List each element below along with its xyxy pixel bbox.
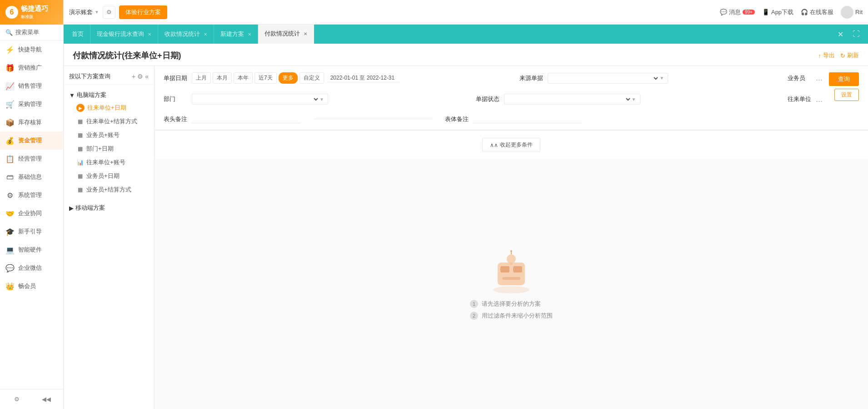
member-icon: 👑 xyxy=(5,282,15,291)
filter-form: 单据日期 上月 本月 本年 近7天 更多 自定义 xyxy=(155,66,868,130)
last-month-btn[interactable]: 上月 xyxy=(192,72,211,84)
message-icon: 💬 xyxy=(720,9,727,15)
main-area: 演示账套 ▼ ⚙ 体验行业方案 💬 消息 99+ 📱 App下载 🎧 在线客服 xyxy=(64,0,868,409)
sidebar-item-quick-nav[interactable]: ⚡ 快捷导航 xyxy=(0,40,63,59)
sidebar-item-label: 经营管理 xyxy=(18,155,42,163)
voucher-status-dropdown-icon: ▼ xyxy=(632,97,636,102)
tab-payment[interactable]: 付款情况统计 ✕ xyxy=(258,25,314,44)
this-year-btn[interactable]: 本年 xyxy=(234,72,253,84)
marketing-icon: 🎁 xyxy=(5,63,15,72)
tab-receipts-close[interactable]: ✕ xyxy=(204,32,207,37)
scheme-item-partner-account[interactable]: 📊 往来单位+账号 xyxy=(64,156,154,169)
table-body-note-input[interactable] xyxy=(473,115,582,123)
add-scheme-btn[interactable]: + xyxy=(132,73,135,80)
sidebar-item-label: 营销推广 xyxy=(18,64,42,72)
export-btn[interactable]: ↑ 导出 xyxy=(818,51,835,60)
tab-payment-label: 付款情况统计 xyxy=(264,30,300,38)
scheme-item-salesman-settle[interactable]: ▦ 业务员+结算方式 xyxy=(64,183,154,197)
tab-bank[interactable]: 现金银行流水查询 ✕ xyxy=(90,25,158,44)
last-7days-btn[interactable]: 近7天 xyxy=(254,72,277,84)
wechat-icon: 💬 xyxy=(5,263,15,273)
guide-icon: 🎓 xyxy=(5,227,15,236)
messages-btn[interactable]: 💬 消息 99+ xyxy=(720,8,755,16)
dept-select-input[interactable] xyxy=(196,96,319,103)
scheme-settings-btn[interactable]: ⚙ xyxy=(137,73,143,80)
user-profile-btn[interactable]: Rit xyxy=(841,6,863,19)
tip-num-2: 2 xyxy=(470,312,478,320)
scheme-group-mobile-header[interactable]: ▶ 移动端方案 xyxy=(64,202,154,214)
tab-payment-close[interactable]: ✕ xyxy=(304,31,307,36)
online-service-btn[interactable]: 🎧 在线客服 xyxy=(801,8,833,16)
more-date-btn[interactable]: 更多 xyxy=(279,72,298,84)
scheme-item-partner-date[interactable]: ▶ 往来单位+日期 xyxy=(64,101,154,115)
sidebar-item-basic[interactable]: 🗃 基础信息 xyxy=(0,168,63,186)
collapse-scheme-btn[interactable]: « xyxy=(145,73,149,80)
search-menu-label: 搜索菜单 xyxy=(15,28,39,36)
chevron-up-icon: ∧∧ xyxy=(490,142,498,148)
purchase-icon: 🛒 xyxy=(5,100,15,109)
smart-icon: 💻 xyxy=(5,245,15,254)
sidebar-item-guide[interactable]: 🎓 新手引导 xyxy=(0,222,63,241)
refresh-btn[interactable]: ↻ 刷新 xyxy=(840,51,859,60)
voucher-status-select-input[interactable] xyxy=(508,96,632,103)
sidebar-item-member[interactable]: 👑 畅会员 xyxy=(0,277,63,295)
scheme-item-salesman-date[interactable]: ▦ 业务员+日期 xyxy=(64,169,154,183)
app-download-btn[interactable]: 📱 App下载 xyxy=(762,8,793,16)
scheme-panel-actions: + ⚙ « xyxy=(132,73,149,80)
collapse-more-btn[interactable]: ∧∧ 收起更多条件 xyxy=(482,138,540,152)
sales-icon: 📈 xyxy=(5,81,15,91)
sidebar-item-wechat[interactable]: 💬 企业微信 xyxy=(0,259,63,277)
scheme-item-salesman-account[interactable]: ▦ 业务员+账号 xyxy=(64,128,154,142)
sidebar-item-smart[interactable]: 💻 智能硬件 xyxy=(0,241,63,259)
search-icon: 🔍 xyxy=(5,29,13,36)
tab-new[interactable]: 新建方案 ✕ xyxy=(214,25,258,44)
sidebar-item-sales[interactable]: 📈 销售管理 xyxy=(0,77,63,95)
this-month-btn[interactable]: 本月 xyxy=(213,72,232,84)
topbar-gear-btn[interactable]: ⚙ xyxy=(103,6,115,19)
table-header-note-input[interactable] xyxy=(192,115,301,123)
tab-receipts-label: 收款情况统计 xyxy=(165,30,200,38)
scheme-item-dept-date[interactable]: ▦ 部门+日期 xyxy=(64,142,154,156)
settings-footer-btn[interactable]: ⚙ xyxy=(4,393,30,405)
tab-home[interactable]: 首页 xyxy=(65,25,90,44)
sidebar-item-finance[interactable]: 💰 资金管理 xyxy=(0,131,63,150)
partner-filter-btn[interactable]: ... xyxy=(816,95,823,104)
scheme-panel-header: 按以下方案查询 + ⚙ « xyxy=(64,71,154,85)
tab-close-all-btn[interactable]: ✕ xyxy=(835,28,846,40)
company-selector[interactable]: 演示账套 ▼ xyxy=(69,8,99,16)
sidebar-nav: ⚡ 快捷导航 🎁 营销推广 📈 销售管理 🛒 采购管理 📦 库存核算 💰 资金管… xyxy=(0,40,63,389)
dept-select[interactable]: ▼ xyxy=(192,94,328,105)
sidebar: 6 畅捷通巧 标准版 🔍 搜索菜单 ⚡ 快捷导航 🎁 营销推广 📈 销售管理 🛒… xyxy=(0,0,64,409)
source-dropdown-icon: ▼ xyxy=(659,76,664,81)
source-select-input[interactable] xyxy=(552,75,659,82)
messages-badge: 99+ xyxy=(743,10,755,15)
tab-maximize-btn[interactable]: ⛶ xyxy=(850,28,863,40)
trial-btn[interactable]: 体验行业方案 xyxy=(119,5,167,19)
sidebar-item-label: 智能硬件 xyxy=(18,246,42,254)
scheme-group-pc-header[interactable]: ▼ 电脑端方案 xyxy=(64,89,154,101)
table-header-note-label: 表头备注 xyxy=(164,115,188,123)
salesman-filter-btn[interactable]: ... xyxy=(816,73,823,83)
tab-bank-close[interactable]: ✕ xyxy=(148,32,151,37)
scheme-item-partner-settle[interactable]: ▦ 往来单位+结算方式 xyxy=(64,115,154,128)
tab-receipts[interactable]: 收款情况统计 ✕ xyxy=(158,25,214,44)
date-range-input[interactable] xyxy=(328,74,400,82)
source-select[interactable]: ▼ xyxy=(548,73,668,84)
sidebar-item-enterprise[interactable]: 🤝 企业协同 xyxy=(0,204,63,222)
query-btn[interactable]: 查询 xyxy=(829,72,859,86)
sidebar-item-marketing[interactable]: 🎁 营销推广 xyxy=(0,59,63,77)
tab-new-close[interactable]: ✕ xyxy=(248,32,251,37)
sidebar-item-operation[interactable]: 📋 经营管理 xyxy=(0,150,63,168)
quick-nav-icon: ⚡ xyxy=(5,45,15,54)
voucher-status-select[interactable]: ▼ xyxy=(504,94,640,105)
sidebar-item-inventory[interactable]: 📦 库存核算 xyxy=(0,113,63,131)
settings-btn[interactable]: 设置 xyxy=(834,89,859,101)
custom-date-btn[interactable]: 自定义 xyxy=(299,72,324,84)
sidebar-search[interactable]: 🔍 搜索菜单 xyxy=(0,25,63,40)
scheme-panel-title: 按以下方案查询 xyxy=(69,72,110,81)
sidebar-item-system[interactable]: ⚙ 系统管理 xyxy=(0,186,63,204)
scheme-group-pc: ▼ 电脑端方案 ▶ 往来单位+日期 ▦ 往来单位+结算方式 ▦ 业务员+账号 xyxy=(64,86,154,199)
collapse-sidebar-btn[interactable]: ◀◀ xyxy=(33,393,60,405)
inventory-icon: 📦 xyxy=(5,118,15,127)
sidebar-item-purchase[interactable]: 🛒 采购管理 xyxy=(0,95,63,113)
